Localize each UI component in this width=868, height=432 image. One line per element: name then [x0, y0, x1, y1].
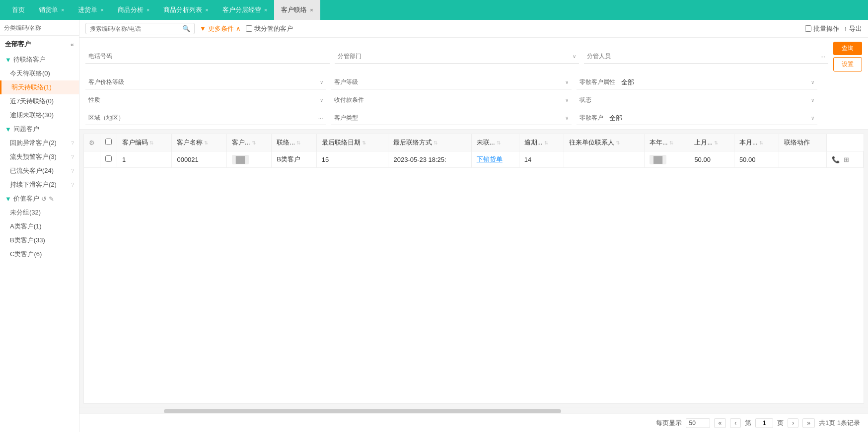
sort-icon-8[interactable]: ⇅ [544, 140, 548, 145]
total-records: 共1页 1条记录 [819, 419, 860, 428]
filter-person[interactable]: 分管人员 ··· [584, 50, 828, 64]
row-last-contact-method[interactable]: 下销货单 [471, 151, 519, 168]
sidebar-item-repurchase-anomaly[interactable]: 回购异常客户(2) ? [0, 136, 79, 150]
all-customers-title[interactable]: 全部客户 « [0, 36, 79, 53]
close-product-analysis-list-icon[interactable]: × [205, 7, 208, 13]
help-icon-2[interactable]: ? [71, 154, 74, 160]
horizontal-scrollbar[interactable] [79, 408, 868, 414]
filter-retail-customer[interactable]: 零散客户 全部 ∨ [577, 111, 817, 125]
dropdown-arrow-icon: ∨ [573, 54, 576, 59]
sidebar-item-overdue-contact[interactable]: 逾期未联络(30) [0, 108, 79, 122]
th-customer-type: 客户...⇅ [226, 134, 272, 151]
filter-dept[interactable]: 分管部门 ∨ [335, 50, 579, 64]
refresh-icon[interactable]: ↺ [41, 195, 47, 203]
row-contact-count: 15 [316, 151, 388, 168]
row-settings [84, 151, 100, 168]
settings-column-header[interactable]: ⚙ [84, 134, 100, 151]
batch-op-check[interactable] [805, 25, 811, 32]
sort-icon-9[interactable]: ⇅ [616, 140, 620, 145]
filter-price-level[interactable]: 客户价格等级 ∨ [85, 75, 326, 89]
th-this-month: 本月...⇅ [734, 134, 779, 151]
sort-icon-4[interactable]: ⇅ [296, 140, 300, 145]
search-icon[interactable]: 🔍 [182, 25, 190, 32]
edit-icon[interactable]: ✎ [49, 195, 54, 203]
help-icon-4[interactable]: ? [71, 182, 74, 188]
close-customer-segmentation-icon[interactable]: × [264, 7, 267, 13]
nav-sales-order[interactable]: 销货单 × [32, 0, 71, 20]
dropdown-arrow-icon-9: ∨ [811, 115, 814, 121]
row-this-year: 50.00 [689, 151, 734, 168]
sort-icon-2[interactable]: ⇅ [204, 140, 208, 145]
filter-customer-type[interactable]: 客户类型 ∨ [331, 111, 572, 125]
nav-customer-contact[interactable]: 客户联络 × [274, 0, 320, 20]
filter-row-1: 电话号码 分管部门 ∨ 分管人员 ··· 查询 设置 [85, 42, 862, 72]
help-icon-3[interactable]: ? [71, 168, 74, 174]
sort-icon-12[interactable]: ⇅ [759, 140, 763, 145]
my-customers-check[interactable] [246, 25, 252, 32]
close-customer-contact-icon[interactable]: × [310, 7, 313, 13]
sort-icon-7[interactable]: ⇅ [497, 140, 501, 145]
action-icons: 📞 ⊞ [832, 156, 858, 163]
checkbox-column-header[interactable] [100, 134, 117, 151]
sidebar-item-class-c[interactable]: C类客户(6) [0, 247, 79, 261]
filter-payment[interactable]: 收付款条件 ∨ [331, 93, 572, 107]
sidebar-search-input[interactable] [4, 24, 78, 31]
close-sales-order-icon[interactable]: × [61, 7, 64, 13]
group-problem-customers[interactable]: ▼ 问题客户 [0, 122, 79, 136]
nav-product-analysis-list[interactable]: 商品分析列表 × [156, 0, 215, 20]
search-input[interactable] [90, 25, 179, 32]
sidebar-item-declining[interactable]: 持续下滑客户(2) ? [0, 178, 79, 192]
filter-nature[interactable]: 性质 ∨ [85, 93, 326, 107]
my-customers-checkbox[interactable]: 我分管的客户 [246, 24, 293, 33]
row-checkbox-cell[interactable] [100, 151, 117, 168]
filter-phone[interactable]: 电话号码 [85, 50, 330, 64]
group-value-customers[interactable]: ▼ 价值客户 ↺ ✎ [0, 192, 79, 206]
export-btn[interactable]: ↑ 导出 [844, 24, 863, 33]
filter-status[interactable]: 状态 ∨ [577, 93, 817, 107]
page-number-input[interactable] [755, 418, 773, 428]
sort-icon[interactable]: ⇅ [149, 140, 153, 145]
nav-purchase-order[interactable]: 进货单 × [71, 0, 110, 20]
row-actions[interactable]: 📞 ⊞ [827, 151, 864, 168]
th-contact-count: 联络...⇅ [272, 134, 317, 151]
scroll-thumb[interactable] [164, 409, 561, 413]
prev-page-btn[interactable]: ‹ [730, 418, 741, 428]
sidebar-item-churned[interactable]: 已流失客户(24) ? [0, 164, 79, 178]
sort-icon-6[interactable]: ⇅ [434, 140, 437, 145]
sidebar-item-class-a[interactable]: A类客户(1) [0, 219, 79, 233]
filter-customer-level[interactable]: 客户等级 ∨ [331, 75, 572, 89]
last-contact-link[interactable]: 下销货单 [477, 155, 503, 163]
sort-icon-5[interactable]: ⇅ [362, 140, 366, 145]
sidebar-item-churn-warning[interactable]: 流失预警客户(3) ? [0, 150, 79, 164]
close-purchase-order-icon[interactable]: × [100, 7, 103, 13]
sidebar-item-today-contact[interactable]: 今天待联络(0) [0, 67, 79, 80]
help-icon[interactable]: ? [71, 140, 74, 146]
collapse-icon[interactable]: « [71, 41, 74, 48]
batch-op-btn[interactable]: 批量操作 [805, 24, 839, 33]
query-button[interactable]: 查询 [833, 42, 862, 55]
select-all-checkbox[interactable] [105, 139, 112, 145]
reset-button[interactable]: 设置 [833, 57, 862, 72]
sidebar-item-week-contact[interactable]: 近7天待联络(0) [0, 94, 79, 108]
next-page-btn[interactable]: › [788, 418, 798, 428]
more-conditions-btn[interactable]: ▼ 更多条件 ∧ [200, 24, 241, 33]
row-checkbox[interactable] [105, 155, 112, 162]
sidebar-item-class-b[interactable]: B类客户(33) [0, 233, 79, 247]
sidebar-item-ungrouped[interactable]: 未分组(32) [0, 206, 79, 219]
grid-icon[interactable]: ⊞ [844, 156, 849, 163]
filter-retail-attr[interactable]: 零散客户属性 全部 ∨ [577, 75, 817, 89]
last-page-btn[interactable]: » [802, 418, 815, 428]
filter-region[interactable]: 区域（地区） ··· [85, 111, 326, 125]
first-page-btn[interactable]: « [714, 418, 726, 428]
sidebar-item-tomorrow-contact[interactable]: 明天待联络(1) [0, 80, 79, 94]
nav-product-analysis[interactable]: 商品分析 × [111, 0, 156, 20]
sort-icon-10[interactable]: ⇅ [669, 140, 673, 145]
group-pending-contact[interactable]: ▼ 待联络客户 [0, 53, 79, 67]
nav-home[interactable]: 首页 [5, 0, 32, 20]
per-page-select[interactable]: 50 100 200 [686, 418, 710, 428]
sort-icon-11[interactable]: ⇅ [714, 140, 718, 145]
close-product-analysis-icon[interactable]: × [146, 7, 149, 13]
phone-icon[interactable]: 📞 [832, 156, 840, 163]
sort-icon-3[interactable]: ⇅ [252, 140, 256, 145]
nav-customer-segmentation[interactable]: 客户分层经营 × [216, 0, 274, 20]
